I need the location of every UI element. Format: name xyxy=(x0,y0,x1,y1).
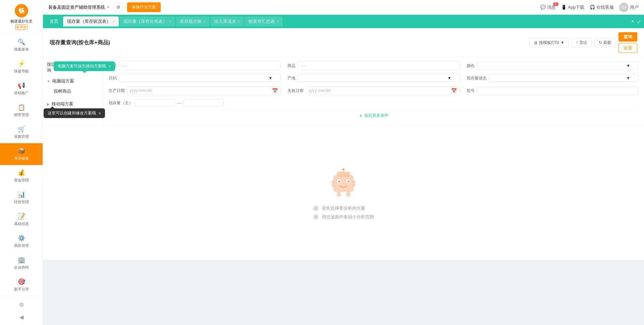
message-badge: 6 xyxy=(553,2,558,6)
sidebar-item-operations[interactable]: 📊 经营管理 xyxy=(0,187,43,209)
operations-icon: 📊 xyxy=(18,191,25,198)
batch-no-label: 批号 xyxy=(467,88,475,94)
range-separator: — xyxy=(177,101,181,106)
query-btn[interactable]: 查询 xyxy=(619,32,637,42)
sub-item-label: 按树商品 xyxy=(54,88,71,94)
maximize-btn[interactable]: ⤢ xyxy=(637,18,641,25)
color-label: 颜色 xyxy=(467,63,475,69)
support-label: 在线客服 xyxy=(596,4,614,10)
color-field: 颜色 ▼ xyxy=(467,62,639,70)
step-text: 请先选择要分析的方案 xyxy=(322,205,365,211)
user-action[interactable]: Ea 用户 xyxy=(619,3,639,12)
svg-point-7 xyxy=(347,180,350,182)
sidebar-item-newbie[interactable]: 🎯 新手引导 xyxy=(0,274,43,296)
prod-date-input[interactable]: yyyy-mm-dd 📅 xyxy=(127,86,281,95)
sidebar-item-enterprise[interactable]: 🏢 企业协同 xyxy=(0,252,43,274)
settings-btn[interactable]: 设置 xyxy=(619,43,637,53)
refresh-btn[interactable]: ↻ 刷新 xyxy=(594,38,616,48)
tab-close-icon[interactable]: × xyxy=(113,20,115,23)
chevron-down-icon: ▼ xyxy=(560,40,565,45)
mobile-scheme-label: 移动端方案 xyxy=(52,101,73,107)
collapse-filter-btn[interactable]: ∧ 收起更多条件 xyxy=(109,110,639,121)
color-select[interactable]: ▼ xyxy=(477,62,639,70)
lightning-icon: ⚡ xyxy=(18,60,25,67)
sidebar-item-label: 搜索菜单 xyxy=(14,47,29,52)
size-field: 尺码 ▼ xyxy=(109,74,281,82)
sidebar-item-inventory[interactable]: 📦 库存核算 xyxy=(0,143,43,165)
tab-close-icon[interactable]: × xyxy=(277,20,279,23)
gear-icon: ⚙ xyxy=(116,5,120,10)
header-settings-btn[interactable]: ⚙ xyxy=(114,3,123,12)
close-all-tabs-btn[interactable]: × xyxy=(631,18,634,24)
filter-fields: 仓库 ··· 商品 ··· xyxy=(103,57,644,125)
system-dropdown[interactable]: 装备及固定资产辅助管理系统 ▼ xyxy=(48,4,110,10)
edit-tooltip-text: 这里可以创建和修改方案哦 xyxy=(48,110,96,116)
sidebar-item-finance[interactable]: 💰 资金管理 xyxy=(0,165,43,187)
expiry-date-input[interactable]: yyyy-mm-dd 📅 xyxy=(306,86,460,95)
stock-qty-to[interactable] xyxy=(183,99,224,107)
stock-status-select[interactable]: ▼ xyxy=(489,74,639,82)
sidebar-item-search-menu[interactable]: 🔍 搜索菜单 xyxy=(0,34,43,56)
sidebar: 畅 畅捷通好生意 标准版 🔍 搜索菜单 ⚡ 快捷导航 📢 营销推广 📋 销售管理… xyxy=(0,0,43,325)
support-icon: 🎧 xyxy=(590,5,595,10)
app-download-action[interactable]: 📱 App下载 xyxy=(561,4,584,10)
tab-batch-account[interactable]: 库存批次账 × xyxy=(176,16,210,26)
tab-close-icon[interactable]: × xyxy=(169,20,171,23)
tab-inventory-status[interactable]: 现存量（库存状况表） × xyxy=(63,16,119,26)
online-support-action[interactable]: 🎧 在线客服 xyxy=(590,4,614,10)
batch-no-input[interactable] xyxy=(477,87,639,95)
sidebar-settings[interactable]: ⚙ xyxy=(0,299,43,311)
tab-close-icon[interactable]: × xyxy=(238,20,240,23)
stock-qty-label: 现存量（主） xyxy=(109,100,133,106)
goods-input[interactable]: ··· xyxy=(298,61,460,70)
sidebar-collapse[interactable]: ◀ xyxy=(0,311,43,324)
mobile-scheme-item[interactable]: ▶ 移动端方案 xyxy=(47,99,99,109)
tab-home[interactable]: 首页 xyxy=(46,16,62,26)
print-label: 按模板打印 xyxy=(539,40,559,46)
collapse-label: 收起更多条件 xyxy=(364,113,388,118)
sidebar-item-purchase[interactable]: 🛒 采购管理 xyxy=(0,121,43,143)
sidebar-item-sales[interactable]: 📋 销售管理 xyxy=(0,100,43,121)
mobile-scheme-group: ▶ 移动端方案 这里可以创建和修改方案哦 × xyxy=(47,99,99,109)
sidebar-item-system[interactable]: ⚙️ 系统管理 xyxy=(0,230,43,252)
scheme-tooltip-close[interactable]: × xyxy=(109,64,111,69)
prod-date-label: 生产日期 xyxy=(109,88,125,94)
tab-label: 收发存汇总表 xyxy=(249,18,275,24)
sidebar-item-quick-nav[interactable]: ⚡ 快捷导航 xyxy=(0,56,43,78)
empty-steps: ① 请先选择要分析的方案 ② 用过滤条件来缩小分析范围 xyxy=(313,205,374,220)
origin-select[interactable]: ▼ xyxy=(298,74,460,82)
tab-inout-flow[interactable]: 出入库流水 × xyxy=(210,16,244,26)
inventory-icon: 📦 xyxy=(18,147,25,155)
tab-inventory-dist[interactable]: 现存量（库存分布表） × xyxy=(119,16,175,26)
stock-qty-from[interactable] xyxy=(135,99,175,107)
stock-status-field: 现存量状态 ▼ xyxy=(467,74,639,82)
size-select[interactable]: ▼ xyxy=(119,74,281,82)
sidebar-item-basic-info[interactable]: 📝 基础信息 xyxy=(0,209,43,230)
filter-row-1: 仓库 ··· 商品 ··· xyxy=(109,61,639,70)
message-action[interactable]: 💬 消息 6 xyxy=(540,4,556,10)
tab-label: 出入库流水 xyxy=(214,18,236,24)
filter-container: 按以下方案查询 + ↻ « ▼ 电脑端方案 xyxy=(43,57,644,125)
user-avatar: Ea xyxy=(619,3,629,12)
sidebar-item-marketing[interactable]: 📢 营销推广 xyxy=(0,78,43,100)
sub-item[interactable]: 按树商品 xyxy=(54,86,99,96)
settings-icon: ⚙ xyxy=(19,302,24,308)
pc-scheme-item[interactable]: ▼ 电脑端方案 xyxy=(47,76,99,86)
logo-badge: 标准版 xyxy=(15,24,28,30)
tooltip-arrow xyxy=(50,106,54,108)
experience-button[interactable]: 体验行业方案 xyxy=(127,2,161,12)
export-btn[interactable]: ↑ 导出 xyxy=(572,38,592,48)
print-btn[interactable]: 🖨 按模板打印 ▼ xyxy=(529,38,569,48)
expand-arrow-icon: ▼ xyxy=(47,79,50,83)
pc-scheme-children: 按树商品 xyxy=(54,86,99,96)
step-text: 用过滤条件来缩小分析范围 xyxy=(322,214,374,220)
marketing-icon: 📢 xyxy=(18,82,25,89)
edit-tooltip-close[interactable]: × xyxy=(99,111,101,116)
tab-close-icon[interactable]: × xyxy=(204,20,206,23)
tab-collection-summary[interactable]: 收发存汇总表 × xyxy=(245,16,283,26)
search-icon: 🔍 xyxy=(18,38,25,46)
svg-rect-8 xyxy=(332,180,334,187)
warehouse-input[interactable]: ··· xyxy=(119,61,281,70)
tab-label: 现存量（库存状况表） xyxy=(67,18,111,24)
newbie-icon: 🎯 xyxy=(18,278,25,285)
